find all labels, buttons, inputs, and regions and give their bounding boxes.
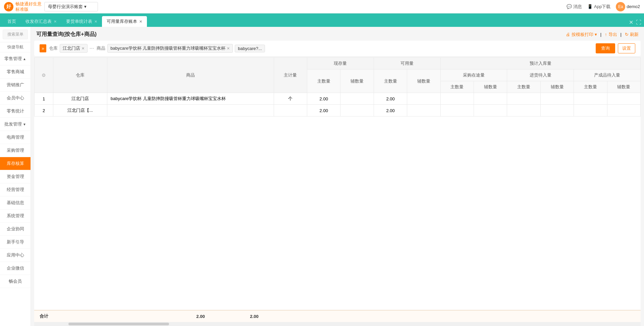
th-pp-aux: 辅数量 — [540, 81, 574, 93]
sidebar-item-retail-stats[interactable]: 零售统计 — [0, 105, 31, 118]
cell-product: babycare学饮杯 儿童防摔防撞吸管杯重力球吸嘴杯宝宝水杯 — [107, 93, 274, 105]
cell-pt-aux — [474, 105, 507, 117]
cell-available-main: 2.00 — [374, 93, 407, 105]
sidebar-item-enterprise-collab[interactable]: 企业协同 — [0, 223, 31, 236]
th-current-main: 主数量 — [307, 69, 340, 93]
tab-close-icon[interactable]: ✕ — [54, 19, 57, 24]
filter-expand-btn[interactable]: » — [40, 44, 46, 52]
sidebar-item-finance-mgmt[interactable]: 资金管理 — [0, 170, 31, 183]
logo-icon: 好 — [4, 2, 13, 11]
industry-selector[interactable]: 母婴行业演示账套 ▾ — [44, 2, 98, 11]
cell-pp-main — [507, 93, 540, 105]
sidebar-item-member-center[interactable]: 会员中心 — [0, 92, 31, 105]
print-icon: 🖨 — [566, 32, 570, 37]
logo-text: 畅捷通好生意 标准版 — [15, 1, 42, 12]
sidebar-item-purchase-mgmt[interactable]: 采购管理 — [0, 144, 31, 157]
cell-current-aux — [340, 105, 374, 117]
user-profile-btn[interactable]: Ea demo2 — [616, 2, 640, 11]
refresh-btn[interactable]: ↻ 刷新 — [625, 32, 639, 38]
refresh-icon: ↻ — [625, 32, 629, 37]
th-available-aux: 辅数量 — [407, 69, 440, 93]
warehouse-more-btn[interactable]: ··· — [90, 45, 94, 51]
sidebar: 搜索菜单 快捷导航 零售管理 ▲ 零售商城 营销推广 会员中心 零售统计 批发管… — [0, 27, 31, 326]
sidebar-item-enterprise-wechat[interactable]: 企业微信 — [0, 262, 31, 275]
th-warehouse: 仓库 — [53, 58, 107, 93]
filter-actions: 查询 设置 — [596, 43, 635, 53]
export-btn[interactable]: ↑ 导出 — [605, 32, 617, 38]
sidebar-item-wholesale-mgmt[interactable]: 批发管理 ▼ — [0, 118, 31, 131]
sidebar-item-ecommerce-mgmt[interactable]: 电商管理 — [0, 131, 31, 144]
product-tag-1[interactable]: babycare学饮杯 儿童防摔防撞吸管杯重力球吸嘴杯宝宝水杯 ✕ — [107, 44, 233, 53]
th-available-qty: 可用量 — [374, 58, 440, 69]
th-prod-aux: 辅数量 — [607, 81, 640, 93]
sidebar-item-member-plus[interactable]: 畅会员 — [0, 275, 31, 288]
inner-content: » 仓库 江北门店 ✕ ··· 商品 babycare学饮杯 儿童防摔防撞吸管杯… — [31, 41, 644, 326]
cell-pt-main — [440, 93, 474, 105]
settings-btn[interactable]: 设置 — [618, 43, 635, 53]
th-product: 商品 — [107, 58, 274, 93]
cell-warehouse: 江北门店【... — [53, 105, 107, 117]
quick-nav-btn[interactable]: 快捷导航 — [0, 42, 31, 52]
sidebar-search-area: 搜索菜单 — [0, 27, 31, 42]
product-tag-2[interactable]: babycare?... — [235, 45, 265, 52]
warehouse-tag[interactable]: 江北门店 ✕ — [60, 44, 88, 53]
tab-fullscreen-btn[interactable]: ⛶ — [636, 19, 641, 26]
filter-area: » 仓库 江北门店 ✕ ··· 商品 babycare学饮杯 儿童防摔防撞吸管杯… — [34, 41, 641, 56]
content-area: 可用量查询(按仓库+商品) 🖨 按模板打印 ▾ | ↑ 导出 | ↻ 刷新 — [31, 27, 644, 326]
cell-unit: 个 — [274, 93, 307, 105]
tab-close-all-btn[interactable]: ✕ — [629, 19, 633, 26]
cell-prod-main — [574, 93, 607, 105]
top-bar-left: 好 畅捷通好生意 标准版 母婴行业演示账套 ▾ — [4, 1, 98, 12]
th-current-aux: 辅数量 — [340, 69, 374, 93]
cell-pt-main — [440, 105, 474, 117]
sidebar-item-app-center[interactable]: 应用中心 — [0, 249, 31, 262]
tab-close-icon[interactable]: ✕ — [94, 19, 97, 24]
scroll-thumb[interactable] — [68, 323, 169, 325]
tab-available-stock[interactable]: 可用量库存账本 ✕ — [102, 16, 147, 27]
footer-available-main: 2.00 — [241, 314, 268, 319]
remove-warehouse-tag-btn[interactable]: ✕ — [82, 46, 85, 51]
print-btn[interactable]: 🖨 按模板打印 ▾ — [566, 32, 597, 38]
sidebar-item-retail-mgmt[interactable]: 零售管理 ▲ — [0, 52, 31, 65]
sidebar-item-inventory-check[interactable]: 库存核算 — [0, 157, 31, 170]
scroll-track — [34, 322, 641, 326]
cell-pp-main — [507, 105, 540, 117]
cell-available-main: 2.00 — [374, 105, 407, 117]
table-footer: 合计 2.00 2.00 — [34, 310, 641, 322]
sidebar-item-operations-mgmt[interactable]: 经营管理 — [0, 183, 31, 196]
column-settings-icon: ⚙ — [42, 73, 46, 78]
page-title: 可用量查询(按仓库+商品) — [36, 31, 97, 38]
tab-order-stats[interactable]: 要货单统计表 ✕ — [61, 16, 102, 27]
th-current-stock: 现存量 — [307, 58, 374, 69]
page-header: 可用量查询(按仓库+商品) 🖨 按模板打印 ▾ | ↑ 导出 | ↻ 刷新 — [31, 27, 644, 41]
footer-label: 合计 — [40, 313, 80, 319]
sidebar-item-marketing[interactable]: 营销推广 — [0, 79, 31, 92]
cell-prod-main — [574, 105, 607, 117]
tab-receipt-summary[interactable]: 收发存汇总表 ✕ — [21, 16, 61, 27]
th-purchase-pending: 进货待入量 — [507, 69, 574, 81]
logo-area: 好 畅捷通好生意 标准版 — [4, 1, 42, 12]
cell-unit — [274, 105, 307, 117]
remove-product-tag-1-btn[interactable]: ✕ — [227, 46, 230, 51]
sidebar-item-system-mgmt[interactable]: 系统管理 — [0, 209, 31, 223]
table-row: 2 江北门店【... 2.00 2.00 — [35, 105, 641, 117]
main-layout: 搜索菜单 快捷导航 零售管理 ▲ 零售商城 营销推广 会员中心 零售统计 批发管… — [0, 27, 644, 326]
app-download-btn[interactable]: 📱 App下载 — [587, 4, 610, 10]
sidebar-item-basic-info[interactable]: 基础信息 — [0, 196, 31, 209]
th-pp-main: 主数量 — [507, 81, 540, 93]
tab-close-icon[interactable]: ✕ — [139, 19, 142, 24]
query-btn[interactable]: 查询 — [596, 43, 615, 53]
sidebar-item-retail-store[interactable]: 零售商城 — [0, 65, 31, 79]
cell-available-aux — [407, 93, 440, 105]
sidebar-item-new-guide[interactable]: 新手引导 — [0, 236, 31, 249]
tab-home[interactable]: 首页 — [3, 16, 21, 27]
th-pt-main: 主数量 — [440, 81, 474, 93]
search-menu-btn[interactable]: 搜索菜单 — [3, 30, 28, 39]
top-bar-right: 💬 消息 📱 App下载 Ea demo2 — [567, 2, 640, 11]
message-btn[interactable]: 💬 消息 — [567, 4, 582, 10]
th-settings[interactable]: ⚙ — [35, 58, 53, 93]
th-production-pending: 产成品待入量 — [574, 69, 641, 81]
cell-current-aux — [340, 93, 374, 105]
arrow-icon: ▲ — [23, 57, 26, 61]
table-row: 1 江北门店 babycare学饮杯 儿童防摔防撞吸管杯重力球吸嘴杯宝宝水杯 个… — [35, 93, 641, 105]
